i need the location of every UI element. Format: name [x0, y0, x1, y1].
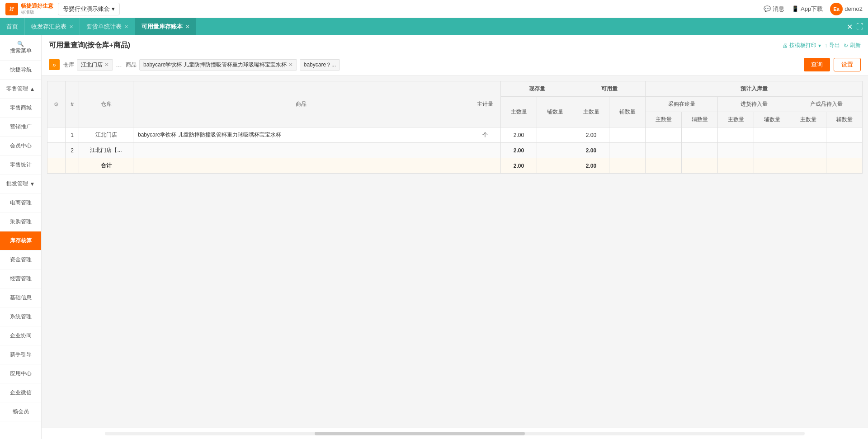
- filter-expand-button[interactable]: »: [49, 59, 60, 70]
- close-icon[interactable]: ✕: [185, 24, 189, 30]
- row-purchase-main: [646, 127, 682, 143]
- sidebar-purchase-label: 采购管理: [10, 218, 32, 225]
- msg-button[interactable]: 💬 消息: [764, 5, 784, 13]
- sidebar-item-search[interactable]: 🔍 搜索菜单: [0, 35, 41, 61]
- sidebar-item-newguide[interactable]: 新手引导: [0, 345, 41, 364]
- sidebar-item-ecommerce[interactable]: 电商管理: [0, 194, 41, 212]
- sidebar-item-appcenter[interactable]: 应用中心: [0, 364, 41, 383]
- sidebar-item-corpwechat[interactable]: 企业微信: [0, 383, 41, 402]
- product-tag1-remove[interactable]: ✕: [288, 61, 293, 68]
- logo-area: 好 畅捷通好生意 标准版: [5, 3, 53, 15]
- total-product-aux: [826, 158, 863, 174]
- subtotal-product: [133, 143, 469, 158]
- tab-home[interactable]: 首页: [0, 18, 25, 35]
- export-button[interactable]: ↑ 导出: [825, 42, 840, 49]
- subtotal-mainunit: [469, 143, 501, 158]
- msg-label: 消息: [773, 5, 784, 13]
- sidebar-item-inventory[interactable]: 库存核算: [0, 231, 41, 250]
- sidebar-item-finance[interactable]: 资金管理: [0, 250, 41, 269]
- export-label: 导出: [829, 42, 840, 49]
- sidebar-retail-stats-label: 零售统计: [10, 161, 32, 168]
- subtotal-stock-main: 2.00: [501, 143, 537, 158]
- scrollbar-thumb[interactable]: [315, 432, 524, 435]
- maximize-icon[interactable]: ⛶: [856, 23, 863, 31]
- sidebar-item-basics[interactable]: 基础信息: [0, 288, 41, 307]
- sidebar-item-retail-mall[interactable]: 零售商城: [0, 99, 41, 118]
- industry-selector[interactable]: 母婴行业演示账套 ▾: [58, 3, 120, 15]
- table-footer: [42, 428, 868, 439]
- row-gear: [47, 127, 66, 143]
- sidebar-item-member[interactable]: 会员中心: [0, 137, 41, 156]
- query-button[interactable]: 查询: [804, 58, 830, 71]
- subtotal-seq: 2: [66, 143, 79, 158]
- settings-icon[interactable]: ⚙: [54, 101, 59, 108]
- user-area[interactable]: Ea demo2: [830, 3, 863, 15]
- total-label: 合计: [79, 158, 133, 174]
- home-label: 首页: [6, 23, 18, 31]
- refresh-button[interactable]: ↻ 刷新: [844, 42, 861, 49]
- warehouse-tag-remove[interactable]: ✕: [104, 61, 109, 68]
- sidebar-enterprise-label: 企业协同: [10, 332, 32, 339]
- col-incoming-aux: 辅数量: [754, 112, 790, 127]
- sidebar-retail-mgmt-label: 零售管理: [6, 85, 28, 93]
- data-table: ⚙ # 仓库 商品 主计量 现存量 可用量 预计入库量 主数量 辅数量 主数量: [47, 81, 863, 174]
- col-product-main: 主数量: [790, 112, 826, 127]
- settings-button[interactable]: 设置: [834, 58, 861, 71]
- export-icon: ↑: [825, 42, 827, 49]
- col-stock-main: 主数量: [501, 97, 537, 127]
- close-window-icon[interactable]: ✕: [847, 23, 853, 31]
- tab-receipt-summary-label: 收发存汇总表: [31, 23, 66, 31]
- sidebar-item-purchase[interactable]: 采购管理: [0, 212, 41, 231]
- sidebar-item-enterprise[interactable]: 企业协同: [0, 326, 41, 345]
- horizontal-scrollbar[interactable]: [105, 432, 805, 435]
- industry-selector-label: 母婴行业演示账套: [63, 5, 110, 13]
- sidebar-item-operations[interactable]: 经营管理: [0, 269, 41, 288]
- total-gear: [47, 158, 66, 174]
- close-icon[interactable]: ✕: [69, 24, 73, 30]
- subtotal-avail-main: 2.00: [573, 143, 609, 158]
- app-download-button[interactable]: 📱 App下载: [792, 5, 823, 13]
- user-name: demo2: [844, 5, 863, 12]
- filter-ellipsis-icon[interactable]: …: [116, 61, 122, 68]
- col-product-header2: 产成品待入量: [790, 97, 863, 112]
- row-mainunit: 个: [469, 127, 501, 143]
- subtotal-product-aux: [826, 143, 863, 158]
- row-product: babycare学饮杯 儿童防摔防撞吸管杯重力球吸嘴杯宝宝水杯: [133, 127, 469, 143]
- col-warehouse-header: 仓库: [79, 81, 133, 127]
- logo-subtitle: 标准版: [21, 9, 53, 15]
- sidebar-item-system[interactable]: 系统管理: [0, 307, 41, 326]
- sidebar-item-quicknav[interactable]: 快捷导航: [0, 61, 41, 80]
- sidebar-item-wholesale-mgmt[interactable]: 批发管理 ▼: [0, 175, 41, 194]
- row-avail-aux: [609, 127, 646, 143]
- total-incoming-main: [718, 158, 754, 174]
- sidebar-item-marketing[interactable]: 营销推广: [0, 118, 41, 137]
- app-download-label: App下载: [801, 5, 823, 13]
- close-icon[interactable]: ✕: [124, 24, 128, 30]
- sidebar-item-member2[interactable]: 畅会员: [0, 402, 41, 421]
- sidebar-wholesale-label: 批发管理: [6, 180, 28, 188]
- subtotal-avail-aux: [609, 143, 646, 158]
- product-filter-label: 商品: [126, 61, 137, 69]
- tab-order-stats[interactable]: 要货单统计表 ✕: [80, 18, 135, 35]
- product-filter-value2: babycare？...: [304, 61, 336, 69]
- print-icon: 🖨: [782, 42, 788, 49]
- col-purchase-header: 采购在途量: [646, 97, 718, 112]
- total-purchase-aux: [682, 158, 718, 174]
- top-bar-right: 💬 消息 📱 App下载 Ea demo2: [764, 3, 863, 15]
- sidebar-system-label: 系统管理: [10, 313, 32, 320]
- template-print-button[interactable]: 🖨 按模板打印 ▾: [782, 42, 821, 49]
- row-purchase-aux: [682, 127, 718, 143]
- subtotal-warehouse: 江北门店【...: [79, 143, 133, 158]
- row-incoming-aux: [754, 127, 790, 143]
- top-bar: 好 畅捷通好生意 标准版 母婴行业演示账套 ▾ 💬 消息 📱 App下载 Ea …: [0, 0, 868, 18]
- sidebar-item-retail-stats[interactable]: 零售统计: [0, 156, 41, 175]
- sidebar-item-retail-mgmt[interactable]: 零售管理 ▲: [0, 80, 41, 99]
- tab-available-stock[interactable]: 可用量库存账本 ✕: [135, 18, 196, 35]
- page-title: 可用量查询(按仓库+商品): [49, 41, 130, 50]
- tab-order-stats-label: 要货单统计表: [86, 23, 122, 31]
- nav-tabs: 首页 收发存汇总表 ✕ 要货单统计表 ✕ 可用量库存账本 ✕ ✕ ⛶: [0, 18, 868, 35]
- col-currentstock-header: 现存量: [501, 81, 573, 97]
- row-seq: 1: [66, 127, 79, 143]
- subtotal-incoming-main: [718, 143, 754, 158]
- tab-receipt-summary[interactable]: 收发存汇总表 ✕: [25, 18, 80, 35]
